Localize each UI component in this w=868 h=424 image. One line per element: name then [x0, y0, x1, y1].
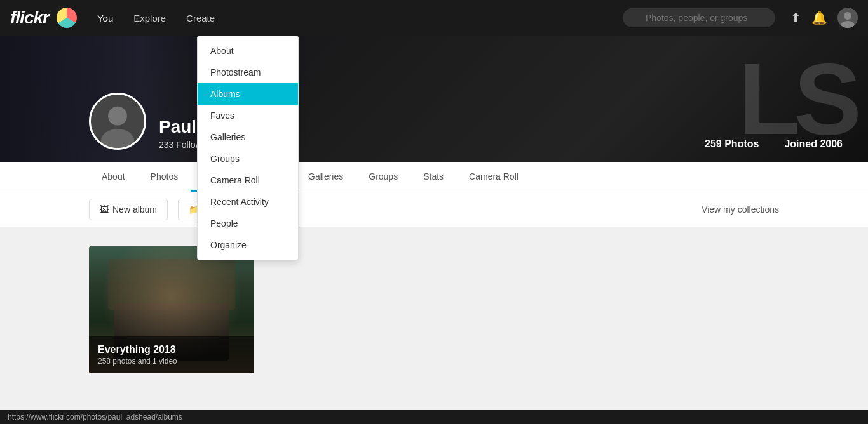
profile-nav: About Photos Albums Faves Galleries Grou… [0, 162, 868, 192]
navbar: flickr You Explore Create 🔍 ⬆ 🔔 [0, 0, 868, 36]
hero-right-stats: 259 Photos Joined 2006 [705, 138, 843, 150]
hero-banner: LS Paul A 233 Following 259 Photos Joine… [0, 36, 868, 162]
status-bar: https://www.flickr.com/photos/paul_adshe… [0, 410, 868, 424]
tab-groups[interactable]: Groups [356, 162, 410, 192]
album-card[interactable]: Everything 2018 258 photos and 1 video [89, 246, 254, 373]
tab-photos[interactable]: Photos [138, 162, 191, 192]
profile-avatar[interactable] [89, 93, 146, 150]
tab-galleries[interactable]: Galleries [295, 162, 356, 192]
dropdown-item-people[interactable]: People [198, 213, 298, 234]
flickr-donut-icon [57, 8, 77, 28]
album-title: Everything 2018 [98, 344, 245, 355]
avatar[interactable] [837, 8, 858, 28]
view-collections-link[interactable]: View my collections [702, 204, 779, 215]
nav-icons: ⬆ 🔔 [790, 8, 858, 28]
dropdown-item-faves[interactable]: Faves [198, 105, 298, 126]
nav-explore[interactable]: Explore [126, 8, 173, 29]
search-input[interactable] [623, 8, 775, 27]
notifications-button[interactable]: 🔔 [811, 10, 827, 25]
photos-stat: 259 Photos [705, 138, 759, 150]
joined-stat: Joined 2006 [784, 138, 843, 150]
new-album-icon: 🖼 [100, 204, 109, 215]
dropdown-item-camera-roll[interactable]: Camera Roll [198, 169, 298, 191]
photos-count: 259 Photos [705, 138, 759, 150]
dropdown-item-organize[interactable]: Organize [198, 234, 298, 256]
hero-content: Paul A 233 Following [89, 93, 214, 150]
dropdown-item-groups[interactable]: Groups [198, 148, 298, 169]
nav-create[interactable]: Create [179, 8, 222, 29]
main-content: Everything 2018 258 photos and 1 video [0, 227, 868, 418]
portrait-bg [108, 259, 235, 310]
dropdown-item-galleries[interactable]: Galleries [198, 126, 298, 148]
svg-point-1 [844, 12, 851, 20]
tab-about[interactable]: About [89, 162, 138, 192]
album-subtitle: 258 photos and 1 video [98, 357, 245, 366]
flickr-logo[interactable]: flickr [10, 8, 49, 28]
dropdown-item-recent-activity[interactable]: Recent Activity [198, 191, 298, 213]
album-card-info: Everything 2018 258 photos and 1 video [89, 336, 254, 373]
dropdown-item-photostream[interactable]: Photostream [198, 62, 298, 83]
tab-camera-roll[interactable]: Camera Roll [456, 162, 531, 192]
new-album-button[interactable]: 🖼 New album [89, 199, 168, 220]
joined-text: Joined 2006 [784, 138, 843, 150]
svg-point-4 [108, 107, 127, 126]
status-url: https://www.flickr.com/photos/paul_adshe… [8, 413, 182, 421]
upload-button[interactable]: ⬆ [790, 10, 801, 25]
albums-toolbar: 🖼 New album 📁 New collection View my col… [0, 192, 868, 227]
dropdown-item-about[interactable]: About [198, 40, 298, 62]
tab-stats[interactable]: Stats [410, 162, 456, 192]
nav-you[interactable]: You [90, 8, 121, 29]
dropdown-item-albums[interactable]: Albums [198, 83, 298, 105]
you-dropdown-menu: About Photostream Albums Faves Galleries… [197, 36, 299, 260]
new-album-label: New album [112, 204, 157, 215]
